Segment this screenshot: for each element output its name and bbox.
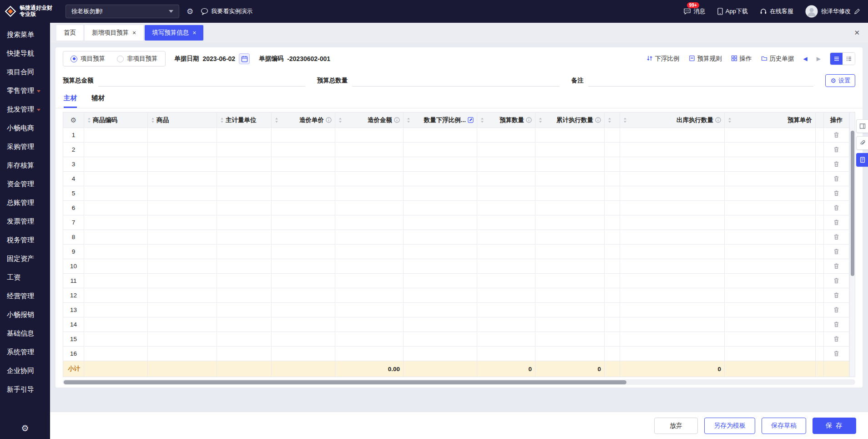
- table-cell[interactable]: [335, 186, 404, 201]
- table-cell[interactable]: [605, 317, 620, 332]
- vertical-scrollbar[interactable]: [849, 112, 855, 377]
- table-cell[interactable]: [217, 172, 272, 186]
- table-cell[interactable]: [605, 347, 620, 361]
- sidebar-item[interactable]: 总账管理: [0, 194, 50, 212]
- table-cell[interactable]: [335, 259, 404, 274]
- table-cell[interactable]: [335, 143, 404, 157]
- table-cell[interactable]: [535, 347, 605, 361]
- table-cell[interactable]: [620, 347, 725, 361]
- table-cell[interactable]: [535, 274, 605, 288]
- delete-row-button[interactable]: [824, 172, 849, 186]
- table-cell[interactable]: [404, 274, 477, 288]
- table-cell[interactable]: [620, 143, 725, 157]
- tab[interactable]: 新增项目预算×: [85, 25, 143, 41]
- table-cell[interactable]: [535, 245, 605, 259]
- table-cell[interactable]: [535, 230, 605, 245]
- sidebar-item[interactable]: 小畅报销: [0, 306, 50, 324]
- table-cell[interactable]: [535, 215, 605, 230]
- table-cell[interactable]: [148, 288, 217, 303]
- table-cell[interactable]: [84, 288, 148, 303]
- table-cell[interactable]: [477, 347, 535, 361]
- edit-icon[interactable]: [468, 117, 474, 123]
- table-cell[interactable]: [335, 245, 404, 259]
- toolbar-button[interactable]: 下浮比例: [646, 55, 680, 63]
- table-cell[interactable]: [477, 288, 535, 303]
- sort-icon[interactable]: [275, 117, 278, 123]
- table-cell[interactable]: [725, 288, 816, 303]
- table-cell[interactable]: [148, 347, 217, 361]
- table-cell[interactable]: [335, 157, 404, 172]
- user-menu[interactable]: 徐泽华修改: [805, 5, 860, 18]
- sidebar-settings-gear-icon[interactable]: ⚙: [0, 419, 50, 439]
- table-cell[interactable]: [148, 143, 217, 157]
- toolbar-button[interactable]: 历史单据: [761, 55, 794, 63]
- delete-row-button[interactable]: [824, 157, 849, 172]
- sort-icon[interactable]: [539, 117, 542, 123]
- delete-row-button[interactable]: [824, 347, 849, 361]
- table-cell[interactable]: [725, 201, 816, 215]
- table-cell[interactable]: [605, 259, 620, 274]
- column-header[interactable]: 主计量单位: [217, 112, 272, 128]
- table-cell[interactable]: [84, 303, 148, 317]
- table-cell[interactable]: [404, 128, 477, 143]
- save-button[interactable]: 保 存: [812, 418, 856, 434]
- close-icon[interactable]: ×: [132, 29, 136, 36]
- table-cell[interactable]: [535, 157, 605, 172]
- table-cell[interactable]: [605, 128, 620, 143]
- budget-type-radio[interactable]: 非项目预算: [117, 55, 158, 63]
- table-cell[interactable]: [816, 186, 824, 201]
- table-cell[interactable]: [477, 215, 535, 230]
- table-cell[interactable]: [84, 143, 148, 157]
- table-cell[interactable]: [725, 186, 816, 201]
- table-cell[interactable]: [725, 128, 816, 143]
- sort-icon[interactable]: [220, 117, 224, 123]
- table-cell[interactable]: [816, 215, 824, 230]
- info-icon[interactable]: [595, 117, 601, 123]
- org-selector[interactable]: 徐老板勿删!: [66, 5, 179, 18]
- list-view-toggle[interactable]: [830, 53, 843, 65]
- delete-row-button[interactable]: [824, 288, 849, 303]
- delete-row-button[interactable]: [824, 259, 849, 274]
- table-cell[interactable]: [535, 201, 605, 215]
- total-field-input[interactable]: [98, 75, 305, 87]
- collapse-panel-icon[interactable]: [856, 119, 868, 133]
- table-cell[interactable]: [335, 172, 404, 186]
- table-cell[interactable]: [335, 201, 404, 215]
- sidebar-item[interactable]: 项目合同: [0, 63, 50, 82]
- material-tab[interactable]: 辅材: [91, 94, 105, 108]
- table-cell[interactable]: [272, 143, 335, 157]
- table-cell[interactable]: [272, 245, 335, 259]
- table-cell[interactable]: [725, 230, 816, 245]
- sidebar-item[interactable]: 快捷导航: [0, 44, 50, 63]
- table-cell[interactable]: [816, 288, 824, 303]
- table-cell[interactable]: [217, 128, 272, 143]
- delete-row-button[interactable]: [824, 332, 849, 347]
- sort-icon[interactable]: [87, 117, 91, 123]
- table-cell[interactable]: [620, 288, 725, 303]
- table-cell[interactable]: [816, 245, 824, 259]
- info-icon[interactable]: [715, 117, 721, 123]
- sidebar-item[interactable]: 经营管理: [0, 287, 50, 306]
- sidebar-item[interactable]: 小畅电商: [0, 119, 50, 138]
- table-cell[interactable]: [404, 215, 477, 230]
- sidebar-item[interactable]: 税务管理: [0, 231, 50, 250]
- horizontal-scrollbar-thumb[interactable]: [64, 380, 626, 384]
- app-download-button[interactable]: App下载: [717, 7, 748, 15]
- table-cell[interactable]: [477, 303, 535, 317]
- gear-icon[interactable]: ⚙: [71, 116, 76, 124]
- table-cell[interactable]: [816, 230, 824, 245]
- table-cell[interactable]: [725, 274, 816, 288]
- table-cell[interactable]: [477, 230, 535, 245]
- table-cell[interactable]: [816, 332, 824, 347]
- info-icon[interactable]: [326, 117, 332, 123]
- table-cell[interactable]: [725, 303, 816, 317]
- table-cell[interactable]: [605, 274, 620, 288]
- column-header[interactable]: 商品: [148, 112, 217, 128]
- table-cell[interactable]: [217, 347, 272, 361]
- close-icon[interactable]: ×: [192, 29, 196, 36]
- sort-icon[interactable]: [407, 117, 410, 123]
- table-cell[interactable]: [272, 274, 335, 288]
- sidebar-item[interactable]: 批发管理: [0, 100, 50, 119]
- total-field-input[interactable]: [588, 75, 814, 87]
- table-cell[interactable]: [620, 230, 725, 245]
